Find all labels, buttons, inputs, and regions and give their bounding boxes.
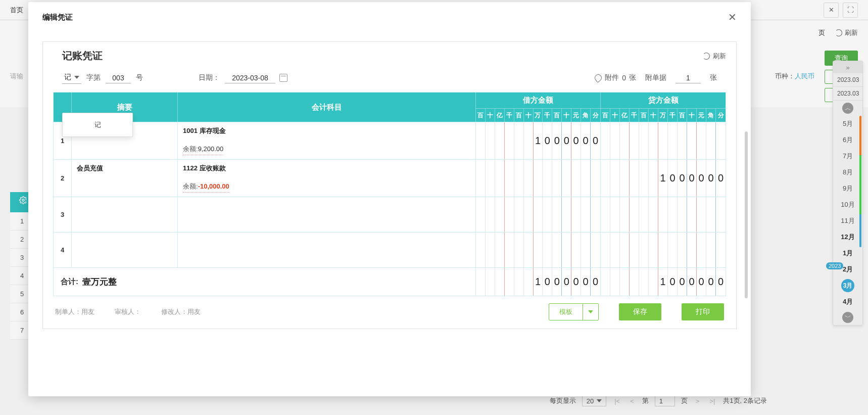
voucher-panel-title: 记账凭证	[62, 49, 103, 63]
digit-cell	[649, 122, 658, 159]
credit-cell[interactable]	[601, 197, 726, 232]
amount-unit: 分	[591, 109, 600, 122]
digit-cell	[505, 160, 514, 197]
amount-unit: 十	[524, 109, 534, 122]
label-hao: 号	[136, 73, 143, 82]
digit-cell	[476, 197, 486, 232]
digit-cell	[601, 233, 610, 267]
digit-cell	[514, 122, 524, 159]
amount-unit: 百	[514, 109, 524, 122]
digit-cell	[610, 233, 620, 267]
digit-cell: 0	[668, 160, 678, 197]
scrollbar[interactable]	[745, 131, 748, 298]
debit-cell[interactable]	[476, 233, 601, 267]
chevron-down-icon	[583, 310, 598, 313]
digit-cell	[601, 268, 610, 296]
voucher-row[interactable]: 1会员充值1001 库存现金余额:9,200.001000000	[54, 122, 726, 159]
digit-cell: 0	[716, 160, 726, 197]
print-button[interactable]: 打印	[682, 303, 724, 320]
danju-count-input[interactable]	[676, 73, 701, 83]
digit-cell: 1	[658, 268, 668, 296]
credit-cell[interactable]: 1000000	[601, 160, 726, 197]
voucher-type-select[interactable]: 记	[62, 72, 81, 84]
digit-cell	[552, 197, 562, 232]
modal-title: 编辑凭证	[42, 13, 73, 22]
digit-cell: 0	[562, 122, 571, 159]
digit-cell	[658, 122, 668, 159]
digit-cell	[581, 160, 591, 197]
digit-cell	[514, 268, 524, 296]
voucher-type-option[interactable]: 记	[63, 113, 132, 136]
amount-unit: 百	[552, 109, 562, 122]
digit-cell	[639, 160, 649, 197]
digit-cell	[505, 233, 514, 267]
amount-unit: 亿	[620, 109, 630, 122]
voucher-row[interactable]: 2会员充值1122 应收账款余额:-10,000.001000000	[54, 159, 726, 197]
digit-cell: 0	[591, 268, 600, 296]
account-cell[interactable]	[178, 197, 476, 232]
template-button[interactable]: 模板	[549, 303, 599, 320]
digit-cell	[571, 233, 581, 267]
amount-unit: 百	[601, 109, 610, 122]
account-cell[interactable]	[178, 233, 476, 267]
debit-cell[interactable]	[476, 197, 601, 232]
digit-cell	[601, 160, 610, 197]
amount-unit: 亿	[495, 109, 505, 122]
amount-unit: 百	[476, 109, 486, 122]
voucher-type-dropdown: 记	[62, 113, 133, 137]
voucher-row[interactable]: 4	[54, 232, 726, 267]
voucher-row[interactable]: 3	[54, 197, 726, 232]
amount-unit: 百	[639, 109, 649, 122]
calendar-icon[interactable]	[279, 74, 287, 82]
digit-cell: 0	[552, 268, 562, 296]
modal-close-button[interactable]: ✕	[728, 11, 737, 23]
credit-cell[interactable]	[601, 122, 726, 159]
amount-unit: 角	[581, 109, 591, 122]
digit-cell	[639, 197, 649, 232]
total-debit: 1000000	[476, 268, 601, 296]
amount-unit: 十	[610, 109, 620, 122]
amount-unit: 万	[658, 109, 668, 122]
total-credit: 1000000	[601, 268, 726, 296]
digit-cell	[571, 160, 581, 197]
label-danju-unit: 张	[710, 73, 717, 82]
amount-unit: 千	[668, 109, 678, 122]
digit-cell	[687, 197, 697, 232]
digit-cell	[678, 197, 687, 232]
debit-cell[interactable]: 1000000	[476, 122, 601, 159]
digit-cell	[524, 197, 534, 232]
amount-unit: 元	[571, 109, 581, 122]
digit-cell	[716, 122, 726, 159]
account-cell[interactable]: 1001 库存现金余额:9,200.00	[178, 122, 476, 159]
digit-cell	[716, 233, 726, 267]
digit-cell	[534, 233, 543, 267]
digit-cell	[678, 233, 687, 267]
digit-cell: 0	[697, 268, 706, 296]
summary-cell[interactable]	[72, 233, 178, 267]
digit-cell	[486, 197, 495, 232]
digit-cell: 0	[543, 268, 552, 296]
summary-cell[interactable]	[72, 197, 178, 232]
digit-cell	[649, 233, 658, 267]
digit-cell	[706, 122, 716, 159]
total-label: 合计:	[61, 277, 78, 287]
amount-unit: 千	[505, 109, 514, 122]
summary-cell[interactable]: 会员充值	[72, 160, 178, 197]
attachments-link[interactable]: 附件 0 张	[595, 73, 636, 82]
debit-cell[interactable]	[476, 160, 601, 197]
digit-cell	[687, 233, 697, 267]
account-cell[interactable]: 1122 应收账款余额:-10,000.00	[178, 160, 476, 197]
digit-cell	[476, 160, 486, 197]
digit-cell	[524, 233, 534, 267]
digit-cell	[687, 122, 697, 159]
refresh-icon	[703, 53, 710, 60]
credit-cell[interactable]	[601, 233, 726, 267]
voucher-seq-input[interactable]	[106, 73, 131, 83]
maker-label: 制单人：用友	[55, 307, 94, 316]
amount-unit: 角	[706, 109, 716, 122]
digit-cell	[610, 268, 620, 296]
digit-cell: 0	[591, 122, 600, 159]
voucher-date-input[interactable]	[225, 73, 275, 83]
save-button[interactable]: 保存	[619, 303, 661, 320]
voucher-refresh-button[interactable]: 刷新	[703, 49, 726, 63]
